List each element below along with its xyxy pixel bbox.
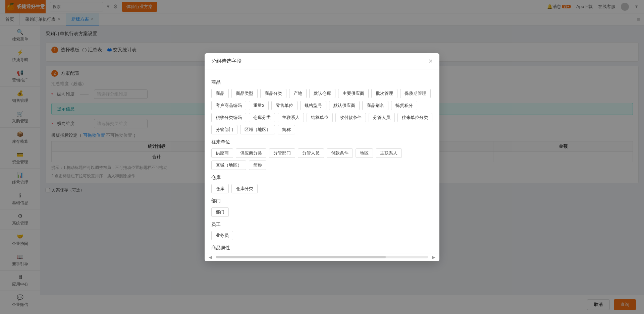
field-tag-0-0[interactable]: 商品 bbox=[211, 89, 229, 98]
modal-section-fields-3: 部门 bbox=[211, 207, 433, 217]
field-tag-0-4[interactable]: 默认仓库 bbox=[309, 89, 335, 98]
field-tag-1-3[interactable]: 分管人员 bbox=[298, 148, 324, 158]
field-tag-0-15[interactable]: 税收分类编码 bbox=[211, 113, 246, 122]
field-tag-0-10[interactable]: 零售单位 bbox=[271, 101, 298, 110]
modal-section-fields-4: 业务员 bbox=[211, 231, 433, 240]
modal-section-fields-2: 仓库仓库分类 bbox=[211, 184, 433, 193]
field-tag-4-0[interactable]: 业务员 bbox=[211, 231, 233, 240]
field-tag-1-6[interactable]: 主联系人 bbox=[376, 148, 402, 158]
modal-body: 商品商品商品类型商品分类产地默认仓库主要供应商批次管理保质期管理客户商品编码重量… bbox=[205, 69, 439, 253]
field-tag-0-24[interactable]: 简称 bbox=[278, 125, 295, 134]
field-tag-0-17[interactable]: 主联系人 bbox=[278, 113, 304, 122]
modal-scroll-bar: ◀ ▶ bbox=[205, 253, 439, 261]
modal-section-title-0: 商品 bbox=[211, 79, 433, 85]
field-tag-0-7[interactable]: 保质期管理 bbox=[400, 89, 431, 98]
field-tag-0-5[interactable]: 主要供应商 bbox=[338, 89, 369, 98]
field-tag-0-9[interactable]: 重量3 bbox=[249, 101, 269, 110]
modal-section-title-1: 往来单位 bbox=[211, 139, 433, 145]
field-tag-0-22[interactable]: 分管部门 bbox=[211, 125, 237, 134]
modal-header: 分组待选字段 ✕ bbox=[205, 53, 439, 69]
field-tag-1-5[interactable]: 地区 bbox=[356, 148, 373, 158]
modal-title: 分组待选字段 bbox=[211, 58, 241, 64]
modal-section-fields-1: 供应商供应商分类分管部门分管人员付款条件地区主联系人区域（地区）简称 bbox=[211, 148, 433, 170]
scroll-right-icon[interactable]: ▶ bbox=[431, 255, 437, 260]
field-tag-1-2[interactable]: 分管部门 bbox=[269, 148, 295, 158]
field-tag-0-8[interactable]: 客户商品编码 bbox=[211, 101, 246, 110]
field-tag-0-6[interactable]: 批次管理 bbox=[371, 89, 397, 98]
field-tag-1-7[interactable]: 区域（地区） bbox=[211, 161, 246, 170]
field-tag-0-13[interactable]: 商品别名 bbox=[362, 101, 388, 110]
field-tag-2-1[interactable]: 仓库分类 bbox=[231, 184, 258, 193]
field-tag-0-1[interactable]: 商品类型 bbox=[231, 89, 258, 98]
modal-close-btn[interactable]: ✕ bbox=[428, 58, 433, 64]
field-tag-0-16[interactable]: 仓库分类 bbox=[249, 113, 275, 122]
field-tag-0-11[interactable]: 规格型号 bbox=[300, 101, 326, 110]
modal-section-title-3: 部门 bbox=[211, 198, 433, 204]
field-tag-0-2[interactable]: 商品分类 bbox=[260, 89, 286, 98]
field-tag-0-21[interactable]: 往来单位分类 bbox=[397, 113, 432, 122]
scroll-left-icon[interactable]: ◀ bbox=[207, 255, 213, 260]
field-tag-2-0[interactable]: 仓库 bbox=[211, 184, 229, 193]
field-tag-1-8[interactable]: 简称 bbox=[249, 161, 266, 170]
modal-overlay: 分组待选字段 ✕ 商品商品商品类型商品分类产地默认仓库主要供应商批次管理保质期管… bbox=[0, 0, 644, 314]
field-tag-0-12[interactable]: 默认供应商 bbox=[329, 101, 360, 110]
modal: 分组待选字段 ✕ 商品商品商品类型商品分类产地默认仓库主要供应商批次管理保质期管… bbox=[205, 53, 439, 261]
field-tag-0-19[interactable]: 收付款条件 bbox=[335, 113, 366, 122]
field-tag-1-1[interactable]: 供应商分类 bbox=[236, 148, 266, 158]
field-tag-1-4[interactable]: 付款条件 bbox=[327, 148, 353, 158]
modal-section-title-2: 仓库 bbox=[211, 175, 433, 181]
field-tag-0-23[interactable]: 区域（地区） bbox=[240, 125, 275, 134]
modal-section-title-5: 商品属性 bbox=[211, 245, 433, 251]
field-tag-0-3[interactable]: 产地 bbox=[289, 89, 307, 98]
modal-section-title-4: 员工 bbox=[211, 222, 433, 228]
field-tag-0-18[interactable]: 结算单位 bbox=[307, 113, 333, 122]
field-tag-1-0[interactable]: 供应商 bbox=[211, 148, 233, 158]
field-tag-0-20[interactable]: 分管人员 bbox=[369, 113, 395, 122]
field-tag-3-0[interactable]: 部门 bbox=[211, 207, 229, 217]
modal-section-fields-0: 商品商品类型商品分类产地默认仓库主要供应商批次管理保质期管理客户商品编码重量3零… bbox=[211, 89, 433, 134]
field-tag-0-14[interactable]: 拣货积分 bbox=[391, 101, 417, 110]
